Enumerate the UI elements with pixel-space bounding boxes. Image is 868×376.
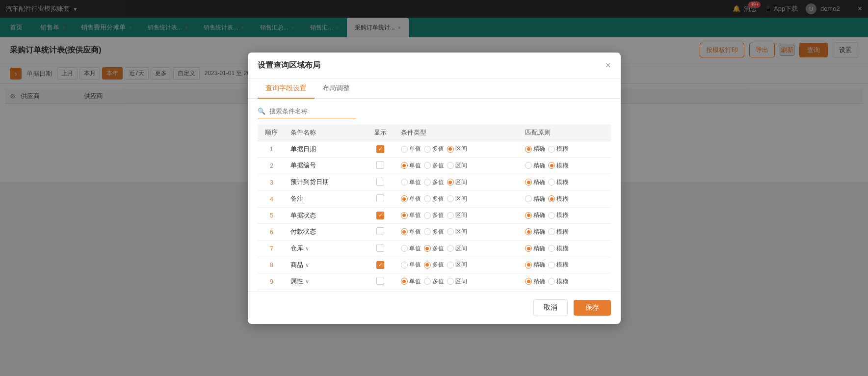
match-radio-item[interactable]: 精确 [525, 161, 545, 170]
radio-circle [401, 146, 408, 153]
table-row: 3预计到货日期单值多值区间精确模糊 [258, 174, 611, 182]
radio-circle [401, 162, 408, 169]
th-order: 顺序 [258, 124, 286, 141]
row-order: 3 [258, 174, 286, 182]
row-name: 单据日期 [286, 141, 365, 157]
type-radio-group: 单值多值区间 [401, 178, 515, 183]
table-row: 1单据日期单值多值区间精确模糊 [258, 141, 611, 157]
row-name: 单据编号 [286, 157, 365, 174]
modal-overlay: 设置查询区域布局 × 查询字段设置 布局调整 🔍 顺序 条件名称 [0, 0, 868, 182]
row-type-cell: 单值多值区间 [396, 174, 520, 182]
condition-search-input[interactable] [267, 107, 356, 116]
th-display: 显示 [365, 124, 395, 141]
radio-circle [424, 146, 431, 153]
radio-circle [447, 179, 454, 182]
type-radio-item[interactable]: 区间 [447, 161, 467, 170]
radio-circle [447, 146, 454, 153]
radio-circle [548, 146, 555, 153]
match-radio-item[interactable]: 模糊 [548, 161, 568, 170]
dialog-title: 设置查询区域布局 [258, 60, 320, 71]
type-radio-item[interactable]: 区间 [447, 178, 467, 183]
dialog-tab-layout-adjust[interactable]: 布局调整 [315, 79, 358, 99]
table-header-row: 顺序 条件名称 显示 条件类型 匹配原则 [258, 124, 611, 141]
condition-search-box: 🔍 [258, 107, 356, 118]
row-match-cell: 精确模糊 [520, 157, 610, 174]
match-radio-group: 精确模糊 [525, 145, 605, 153]
dialog-tabs: 查询字段设置 布局调整 [248, 79, 621, 99]
type-radio-item[interactable]: 多值 [424, 145, 444, 153]
type-radio-item[interactable]: 多值 [424, 178, 444, 183]
row-name: 预计到货日期 [286, 174, 365, 182]
type-radio-item[interactable]: 单值 [401, 178, 421, 183]
radio-circle [548, 179, 555, 182]
radio-circle [424, 162, 431, 169]
match-radio-item[interactable]: 模糊 [548, 145, 568, 153]
type-radio-item[interactable]: 多值 [424, 161, 444, 170]
match-radio-item[interactable]: 精确 [525, 145, 545, 153]
type-radio-item[interactable]: 单值 [401, 145, 421, 153]
row-match-cell: 精确模糊 [520, 141, 610, 157]
dialog-close-btn[interactable]: × [605, 60, 611, 71]
conditions-table: 顺序 条件名称 显示 条件类型 匹配原则 1单据日期单值多值区间精确模糊2单据编… [258, 124, 611, 183]
radio-circle [401, 179, 408, 182]
display-checkbox[interactable] [376, 178, 384, 183]
th-type: 条件类型 [396, 124, 520, 141]
search-icon: 🔍 [258, 107, 265, 115]
dialog-tab-field-settings[interactable]: 查询字段设置 [258, 79, 315, 99]
row-display-cell [365, 157, 395, 174]
radio-circle [424, 179, 431, 182]
match-radio-group: 精确模糊 [525, 161, 605, 170]
radio-circle [548, 162, 555, 169]
row-type-cell: 单值多值区间 [396, 141, 520, 157]
row-order: 1 [258, 141, 286, 157]
type-radio-item[interactable]: 单值 [401, 161, 421, 170]
radio-circle [525, 146, 532, 153]
radio-circle [525, 162, 532, 169]
row-order: 2 [258, 157, 286, 174]
row-type-cell: 单值多值区间 [396, 157, 520, 174]
type-radio-item[interactable]: 区间 [447, 145, 467, 153]
table-row: 2单据编号单值多值区间精确模糊 [258, 157, 611, 174]
radio-circle [525, 179, 532, 182]
row-display-cell [365, 141, 395, 157]
display-checkbox[interactable] [376, 161, 384, 169]
dialog-body: 🔍 顺序 条件名称 显示 条件类型 匹配原则 [248, 99, 621, 183]
settings-dialog: 设置查询区域布局 × 查询字段设置 布局调整 🔍 顺序 条件名称 [248, 53, 621, 183]
conditions-table-scroll[interactable]: 顺序 条件名称 显示 条件类型 匹配原则 1单据日期单值多值区间精确模糊2单据编… [258, 124, 611, 183]
display-checkbox[interactable] [376, 145, 384, 153]
row-display-cell [365, 174, 395, 182]
row-match-cell: 精确模糊 [520, 174, 610, 182]
radio-circle [447, 162, 454, 169]
type-radio-group: 单值多值区间 [401, 145, 515, 153]
th-match: 匹配原则 [520, 124, 610, 141]
match-radio-item[interactable]: 精确 [525, 178, 545, 183]
match-radio-group: 精确模糊 [525, 178, 605, 183]
dialog-header: 设置查询区域布局 × [248, 53, 621, 79]
type-radio-group: 单值多值区间 [401, 161, 515, 170]
th-name: 条件名称 [286, 124, 365, 141]
match-radio-item[interactable]: 模糊 [548, 178, 568, 183]
